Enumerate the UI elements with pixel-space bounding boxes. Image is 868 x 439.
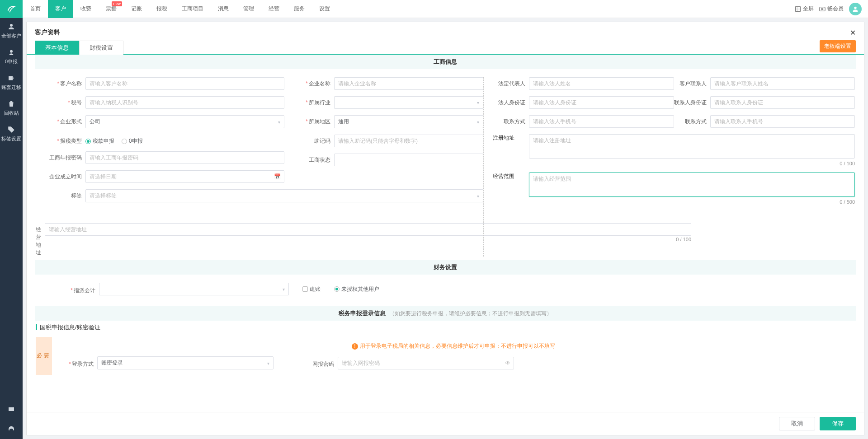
textarea-scope[interactable]	[529, 173, 855, 197]
input-web-pwd[interactable]	[338, 357, 514, 369]
sidebar-migrate[interactable]: 账套迁移	[0, 70, 23, 95]
person-icon	[852, 5, 859, 13]
sidebar-tag-settings[interactable]: 标签设置	[0, 121, 23, 147]
input-enterprise-name[interactable]	[334, 77, 483, 90]
nav-operate[interactable]: 经营	[261, 0, 287, 18]
calendar-icon[interactable]: 📅	[274, 173, 281, 180]
input-customer-name[interactable]	[85, 77, 284, 90]
label-enterprise-form: 企业形式	[36, 115, 85, 126]
panel-footer: 取消 保存	[27, 412, 864, 435]
fullscreen-toggle[interactable]: 全屏	[795, 5, 814, 13]
sidebar-download[interactable]	[0, 401, 23, 420]
select-enterprise-form[interactable]: 公司▾	[85, 115, 284, 128]
sidebar-zero-declare[interactable]: 0申报	[0, 44, 23, 70]
nav-ic-project[interactable]: 工商项目	[175, 0, 211, 18]
nav-accounting[interactable]: 记账	[124, 0, 149, 18]
nav-customer[interactable]: 客户	[48, 0, 73, 18]
play-icon	[819, 6, 826, 12]
select-biz-status[interactable]	[334, 154, 483, 166]
checkbox-create-account[interactable]: 建账	[302, 285, 321, 293]
label-contact-phone: 联系方式	[674, 115, 710, 126]
input-annual-pwd[interactable]	[85, 151, 284, 164]
svg-point-4	[10, 50, 13, 53]
input-legal-phone[interactable]	[529, 115, 674, 128]
radio-zero-declare[interactable]: 0申报	[122, 137, 143, 145]
input-contact-phone[interactable]	[710, 115, 855, 128]
svg-rect-5	[9, 76, 13, 80]
nav-service[interactable]: 服务	[287, 0, 312, 18]
label-tax-type: 报税类型	[36, 135, 85, 145]
sidebar-support[interactable]	[0, 420, 23, 439]
select-industry[interactable]: ▾	[334, 96, 483, 109]
select-tags[interactable]: 请选择标签▾	[85, 189, 483, 202]
sidebar-recycle[interactable]: 回收站	[0, 95, 23, 121]
trash-icon	[7, 100, 15, 108]
new-badge: new	[112, 1, 122, 6]
input-tax-id[interactable]	[85, 96, 284, 109]
customer-panel: 客户资料 ✕ 基本信息 财税设置 老板端设置 工商信息 客户名称 税号	[26, 22, 864, 435]
svg-rect-6	[9, 407, 14, 411]
nav-manage[interactable]: 管理	[236, 0, 261, 18]
eye-off-icon[interactable]: 👁	[505, 360, 510, 366]
input-mnemonic[interactable]	[334, 135, 483, 147]
cancel-button[interactable]: 取消	[779, 417, 815, 430]
sidebar-all-customers[interactable]: 全部客户	[0, 18, 23, 44]
nav-home[interactable]: 首页	[23, 0, 48, 18]
fullscreen-icon	[795, 6, 801, 12]
left-sidebar: 全部客户 0申报 账套迁移 回收站 标签设置	[0, 18, 23, 439]
save-button[interactable]: 保存	[820, 417, 856, 430]
form-scroll-area[interactable]: 工商信息 客户名称 税号 企业形式公司▾ 报税类型 税款申报 0申报 工商年报密…	[27, 55, 864, 412]
users-icon	[7, 23, 15, 31]
label-reg-addr: 注册地址	[493, 134, 529, 142]
chevron-down-icon: ▾	[477, 119, 479, 124]
counter-scope: 0 / 500	[529, 198, 855, 205]
svg-point-2	[854, 6, 856, 9]
nav-settings[interactable]: 设置	[312, 0, 337, 18]
panel-title: 客户资料	[35, 28, 60, 37]
input-contact[interactable]	[710, 77, 855, 90]
label-login-method: 登录方式	[60, 358, 97, 368]
textarea-reg-addr[interactable]	[529, 134, 855, 159]
label-legal-phone: 联系方式	[493, 115, 529, 126]
close-button[interactable]: ✕	[850, 28, 856, 37]
label-tax-id: 税号	[36, 96, 85, 107]
zero-icon	[7, 48, 15, 56]
boss-settings-button[interactable]: 老板端设置	[820, 40, 856, 52]
chevron-down-icon: ▾	[267, 360, 269, 365]
label-biz-addr: 经营地址	[36, 223, 45, 257]
nav-items: 首页 客户 收费 票据new 记账 报税 工商项目 消息 管理 经营 服务 设置	[23, 0, 337, 18]
input-legal-id[interactable]	[529, 96, 674, 109]
select-region[interactable]: 通用▾	[334, 115, 483, 128]
nav-fee[interactable]: 收费	[73, 0, 99, 18]
section-tax-login: 税务申报登录信息 （如您要进行税务申报，请维护必要信息；不进行申报则无需填写）	[35, 306, 856, 321]
label-contact: 客户联系人	[674, 77, 710, 88]
select-login-method[interactable]: 账密登录▾	[97, 356, 274, 369]
input-legal-rep[interactable]	[529, 77, 674, 90]
label-legal-id: 法人身份证	[493, 96, 529, 107]
input-contact-id[interactable]	[710, 96, 855, 109]
app-logo[interactable]	[0, 0, 23, 18]
nav-tax[interactable]: 报税	[149, 0, 175, 18]
tab-tax-settings[interactable]: 财税设置	[79, 41, 123, 55]
select-assigned[interactable]: ▾	[99, 283, 289, 295]
nav-invoice[interactable]: 票据new	[99, 0, 124, 18]
input-estab-date[interactable]	[85, 170, 284, 183]
label-annual-pwd: 工商年报密码	[36, 151, 85, 162]
nav-message[interactable]: 消息	[211, 0, 236, 18]
label-region: 所属地区	[284, 115, 334, 126]
label-legal-rep: 法定代表人	[493, 77, 529, 88]
tax-required-badge: 必要	[36, 337, 52, 375]
counter-reg-addr: 0 / 100	[529, 160, 855, 166]
radio-tax-declare[interactable]: 税款申报	[85, 137, 114, 145]
subsection-national-tax: 国税申报信息/账密验证	[36, 321, 855, 334]
chevron-down-icon: ▾	[278, 119, 280, 124]
label-scope: 经营范围	[493, 173, 529, 180]
label-biz-status: 工商状态	[284, 154, 334, 164]
label-tags: 标签	[36, 189, 85, 200]
chevron-down-icon: ▾	[283, 287, 285, 292]
user-avatar[interactable]	[849, 3, 862, 15]
tab-basic-info[interactable]: 基本信息	[35, 41, 79, 55]
chevron-down-icon: ▾	[477, 100, 479, 105]
member-link[interactable]: 畅会员	[819, 5, 844, 13]
radio-no-auth[interactable]: 未授权其他用户	[334, 285, 379, 293]
